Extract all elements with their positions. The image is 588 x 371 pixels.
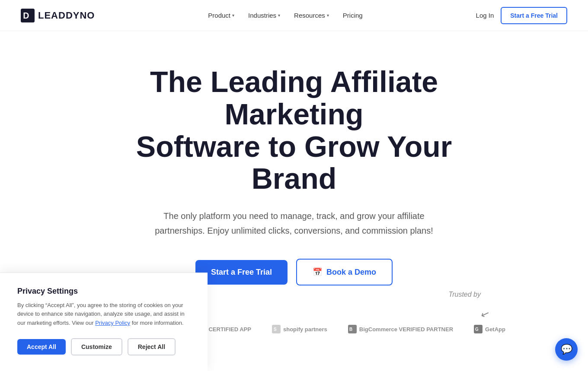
chevron-down-icon: ▾ xyxy=(327,13,329,18)
svg-text:S: S xyxy=(274,327,277,332)
accept-all-button[interactable]: Accept All xyxy=(17,339,66,355)
privacy-banner: Privacy Settings By clicking “Accept All… xyxy=(0,273,208,371)
nav-item-product[interactable]: Product ▾ xyxy=(208,12,234,19)
privacy-text: By clicking “Accept All”, you agree to t… xyxy=(17,301,190,328)
chevron-down-icon: ▾ xyxy=(232,13,234,18)
bigcommerce-icon: B xyxy=(348,325,357,333)
calendar-icon: 📅 xyxy=(313,267,322,277)
shopify-icon: S xyxy=(272,325,281,333)
login-button[interactable]: Log In xyxy=(476,12,494,19)
privacy-policy-link[interactable]: Privacy Policy xyxy=(95,320,130,326)
svg-text:G: G xyxy=(475,327,479,332)
hero-subtitle: The only platform you need to manage, tr… xyxy=(147,209,441,238)
bigcommerce-logo: B BigCommerce VERIFIED PARTNER xyxy=(348,325,453,333)
privacy-title: Privacy Settings xyxy=(17,287,190,296)
chat-button[interactable]: 💬 xyxy=(555,338,578,361)
hero-demo-button[interactable]: 📅 Book a Demo xyxy=(296,259,393,285)
nav-actions: Log In Start a Free Trial xyxy=(476,7,567,24)
chat-icon: 💬 xyxy=(561,344,572,355)
nav-item-resources[interactable]: Resources ▾ xyxy=(294,12,329,19)
logo-icon: D xyxy=(21,9,35,22)
customize-button[interactable]: Customize xyxy=(71,338,122,355)
nav-item-pricing[interactable]: Pricing xyxy=(343,12,363,19)
chevron-down-icon: ▾ xyxy=(278,13,280,18)
getapp-icon: G xyxy=(474,325,483,333)
reject-all-button[interactable]: Reject All xyxy=(128,338,176,355)
logo[interactable]: D LEADDYNO xyxy=(21,9,95,22)
nav-trial-button[interactable]: Start a Free Trial xyxy=(501,7,567,24)
shopify-logo: S shopify partners xyxy=(272,325,327,333)
trusted-label: Trusted by xyxy=(449,291,481,298)
getapp-logo: G GetApp xyxy=(474,325,505,333)
privacy-buttons: Accept All Customize Reject All xyxy=(17,338,190,355)
nav-item-industries[interactable]: Industries ▾ xyxy=(248,12,280,19)
logo-text: LEADDYNO xyxy=(38,10,95,21)
svg-text:B: B xyxy=(349,327,352,332)
svg-text:D: D xyxy=(23,11,29,20)
hero-trial-button[interactable]: Start a Free Trial xyxy=(195,260,288,285)
hero-title: The Leading Affiliate Marketing Software… xyxy=(99,66,489,195)
nav-links: Product ▾ Industries ▾ Resources ▾ Prici… xyxy=(208,12,362,19)
navbar: D LEADDYNO Product ▾ Industries ▾ Resour… xyxy=(0,0,588,31)
